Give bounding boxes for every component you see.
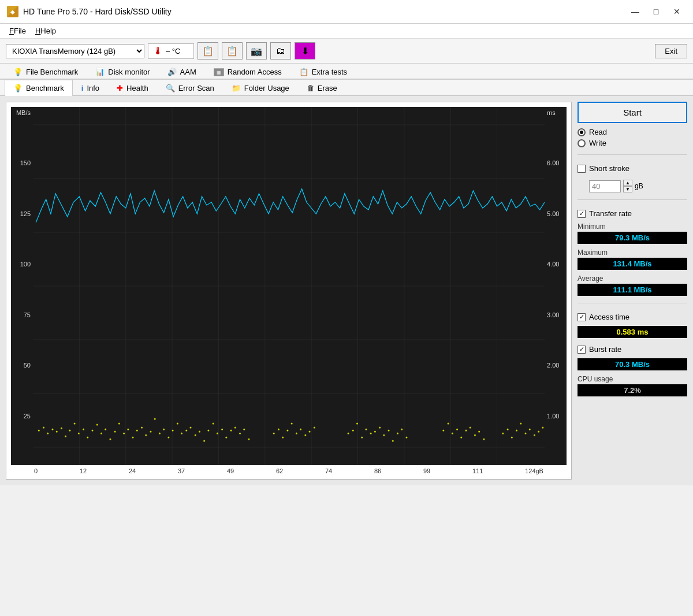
tab-error-scan[interactable]: 🔍 Error Scan	[157, 80, 223, 96]
exit-button[interactable]: Exit	[655, 44, 687, 58]
svg-point-105	[524, 433, 526, 435]
svg-point-18	[38, 430, 40, 432]
chart-svg	[33, 107, 545, 465]
svg-point-29	[87, 437, 88, 439]
erase-icon: 🗑	[307, 84, 314, 92]
device-select[interactable]: KIOXIA TransMemory (124 gB)	[6, 44, 144, 58]
svg-point-63	[239, 433, 241, 435]
short-stroke-label: Short stroke	[589, 164, 629, 173]
access-time-checkbox[interactable]	[578, 313, 586, 321]
burst-rate-checkbox[interactable]	[578, 346, 586, 354]
y-axis-right: ms 6.00 5.00 4.00 3.00 2.00 1.00	[545, 107, 567, 465]
error-scan-icon: 🔍	[166, 84, 175, 92]
x-label-111: 111	[472, 467, 483, 474]
spinner-down-button[interactable]: ▼	[623, 186, 632, 192]
svg-point-66	[273, 433, 275, 435]
svg-point-27	[78, 433, 80, 435]
start-button[interactable]: Start	[578, 102, 687, 123]
burst-rate-item[interactable]: Burst rate	[578, 345, 687, 354]
maximize-button[interactable]: □	[647, 5, 665, 18]
title-bar: ◆ HD Tune Pro 5.70 - Hard Disk/SSD Utili…	[0, 0, 693, 24]
tab-random-access[interactable]: ▦ Random Access	[205, 64, 290, 80]
tab-folder-usage-label: Folder Usage	[244, 84, 289, 92]
svg-point-61	[230, 430, 232, 432]
health-icon: ✚	[117, 84, 123, 92]
svg-point-23	[61, 428, 62, 429]
copy-btn-2[interactable]: 📋	[222, 42, 243, 60]
burst-rate-value: 70.3 MB/s	[578, 358, 687, 370]
svg-point-32	[100, 433, 102, 435]
maximum-value: 131.4 MB/s	[578, 258, 687, 270]
tab-extra-tests[interactable]: 📋 Extra tests	[290, 64, 356, 80]
short-stroke-checkbox[interactable]	[578, 165, 586, 173]
folder-btn[interactable]: 🗂	[270, 42, 291, 60]
x-label-24: 24	[129, 467, 136, 474]
tab-folder-usage[interactable]: 📁 Folder Usage	[223, 80, 298, 96]
file-menu[interactable]: FFile	[5, 25, 31, 37]
access-time-value: 0.583 ms	[578, 326, 687, 338]
x-label-99: 99	[423, 467, 430, 474]
svg-point-84	[383, 435, 385, 436]
svg-point-103	[516, 430, 517, 432]
divider-2	[578, 199, 687, 200]
short-stroke-item[interactable]: Short stroke	[578, 164, 687, 173]
tab-health[interactable]: ✚ Health	[108, 80, 157, 96]
tab-health-label: Health	[126, 84, 148, 92]
svg-point-78	[356, 423, 358, 425]
download-btn[interactable]: ⬇	[295, 42, 315, 60]
svg-point-22	[56, 431, 58, 433]
tab-erase-label: Erase	[318, 84, 337, 92]
spinner-buttons: ▲ ▼	[623, 180, 632, 192]
svg-point-38	[127, 429, 129, 431]
maximum-label: Maximum	[578, 248, 687, 257]
tab-aam[interactable]: 🔊 AAM	[159, 64, 205, 80]
tab-benchmark[interactable]: 💡 Benchmark	[5, 80, 73, 96]
toolbar: KIOXIA TransMemory (124 gB) 🌡 – °C 📋 📋 📷…	[0, 39, 693, 64]
camera-btn[interactable]: 📷	[246, 42, 267, 60]
svg-point-47	[167, 437, 169, 439]
read-radio-item[interactable]: Read	[578, 128, 687, 136]
svg-point-74	[309, 431, 311, 433]
svg-point-82	[374, 431, 376, 433]
minimum-label: Minimum	[578, 222, 687, 231]
tabs-row-2-inner: 💡 Benchmark i Info ✚ Health 🔍 Error Scan…	[5, 80, 688, 95]
read-radio[interactable]	[578, 128, 586, 136]
access-time-item[interactable]: Access time	[578, 313, 687, 321]
tabs-row-1-inner: 💡 File Benchmark 📊 Disk monitor 🔊 AAM ▦ …	[5, 64, 688, 79]
tab-error-scan-label: Error Scan	[178, 84, 214, 92]
minimize-button[interactable]: —	[626, 5, 644, 18]
transfer-rate-item[interactable]: Transfer rate	[578, 209, 687, 218]
copy-btn-1[interactable]: 📋	[198, 42, 218, 60]
help-menu[interactable]: HHelp	[31, 25, 61, 37]
y-left-50: 50	[11, 362, 33, 369]
gb-input[interactable]: 40	[589, 180, 621, 192]
tab-info[interactable]: i Info	[73, 80, 108, 96]
tab-file-benchmark[interactable]: 💡 File Benchmark	[5, 64, 87, 80]
y-left-100: 100	[11, 261, 33, 268]
temp-value: – °C	[166, 47, 180, 55]
tab-aam-label: AAM	[180, 68, 196, 76]
svg-point-109	[542, 427, 543, 429]
svg-point-79	[361, 437, 363, 439]
transfer-rate-checkbox[interactable]	[578, 210, 586, 218]
y-right-100: 1.00	[545, 413, 567, 420]
svg-point-81	[370, 433, 372, 435]
maximum-block: Maximum 131.4 MB/s	[578, 248, 687, 270]
tab-disk-monitor[interactable]: 📊 Disk monitor	[87, 64, 158, 80]
burst-rate-block: 70.3 MB/s	[578, 358, 687, 370]
write-radio[interactable]	[578, 139, 586, 147]
access-time-label: Access time	[589, 313, 629, 321]
spinner-up-button[interactable]: ▲	[623, 180, 632, 186]
tab-erase[interactable]: 🗑 Erase	[298, 80, 346, 96]
x-label-124: 124gB	[525, 467, 543, 474]
svg-point-24	[65, 436, 66, 437]
close-button[interactable]: ✕	[668, 5, 686, 18]
svg-point-19	[43, 427, 44, 429]
transfer-rate-label: Transfer rate	[589, 209, 632, 218]
app-title: HD Tune Pro 5.70 - Hard Disk/SSD Utility	[23, 7, 172, 16]
cpu-label: CPU usage	[578, 375, 687, 383]
write-radio-item[interactable]: Write	[578, 139, 687, 147]
temp-display: 🌡 – °C	[148, 43, 194, 59]
svg-point-70	[291, 423, 293, 425]
svg-point-104	[520, 423, 521, 425]
